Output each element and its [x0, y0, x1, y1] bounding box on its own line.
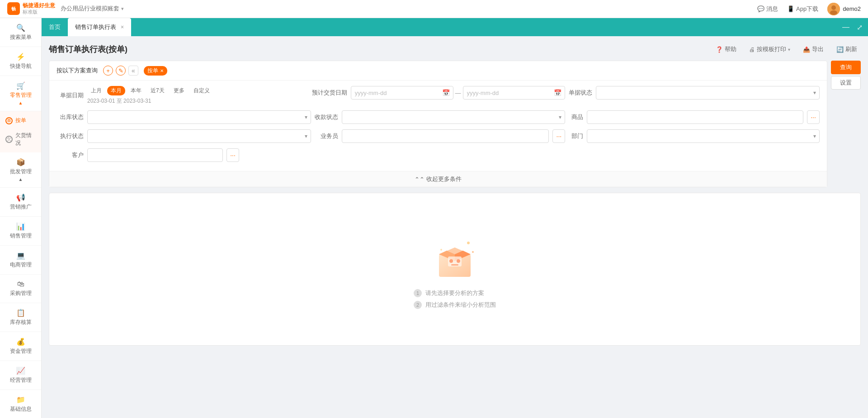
- date-btn-this-year[interactable]: 本年: [127, 86, 145, 95]
- results-panel: 1 请先选择要分析的方案 2 用过滤条件来缩小分析范围: [49, 193, 861, 346]
- date-quick-btns: 上月 本月 本年 近7天 更多 自定义: [87, 86, 311, 95]
- sidebar-item-finance[interactable]: 💰 资金管理: [0, 332, 41, 361]
- sidebar-item-search-menu[interactable]: 🔍 搜索菜单: [0, 18, 41, 47]
- svg-point-10: [440, 249, 442, 251]
- expected-date-field: 预计交货日期 📅 —: [311, 86, 566, 100]
- empty-tip-2-text: 用过滤条件来缩小分析范围: [425, 301, 496, 309]
- retail-submenu: 单 按单 欠 欠货情况: [0, 111, 41, 152]
- customer-input[interactable]: [87, 148, 223, 162]
- scheme-header: 按以下方案查询 + ✎ « 按单 ✕: [49, 61, 827, 81]
- delivery-status-select[interactable]: [87, 110, 311, 124]
- print-template-button[interactable]: 🖨 按模板打印 ▾: [745, 43, 794, 55]
- quick-nav-icon: ⚡: [16, 52, 25, 61]
- exec-status-wrapper: [87, 129, 311, 143]
- tab-maximize-button[interactable]: ⤢: [855, 21, 864, 33]
- collapse-conditions-label: 收起更多条件: [426, 175, 462, 183]
- message-button[interactable]: 💬 消息: [757, 5, 778, 13]
- customer-ellipsis-button[interactable]: ···: [226, 148, 239, 162]
- salesman-input[interactable]: [342, 129, 549, 143]
- product-input[interactable]: [587, 110, 803, 124]
- payment-status-field: 收款状态: [311, 110, 566, 124]
- salesman-ellipsis-button[interactable]: ···: [552, 129, 565, 143]
- svg-text:畅: 畅: [11, 6, 16, 11]
- edit-scheme-button[interactable]: ✎: [116, 66, 126, 76]
- breadcrumb-arrow-icon: ▾: [121, 6, 124, 12]
- expected-start-input[interactable]: [351, 86, 453, 100]
- sidebar-item-quick-nav[interactable]: ⚡ 快捷导航: [0, 47, 41, 76]
- expected-end-wrapper: 📅: [463, 86, 566, 100]
- scheme-label: 按以下方案查询: [57, 66, 98, 75]
- export-button[interactable]: 📤 导出: [799, 43, 827, 55]
- product-ellipsis-button[interactable]: ···: [807, 110, 820, 124]
- dept-select[interactable]: [587, 129, 820, 143]
- logo-icon: 畅: [7, 2, 20, 15]
- sidebar-item-inventory[interactable]: 📋 库存核算: [0, 303, 41, 332]
- order-status-label: 单据状态: [565, 89, 592, 97]
- tab-home[interactable]: 首页: [42, 18, 68, 36]
- top-bar-right: 💬 消息 📱 App下载 demo2: [757, 3, 861, 15]
- sidebar-item-label-search: 搜索菜单: [10, 33, 32, 41]
- sidebar-item-label-inventory: 库存核算: [10, 318, 32, 326]
- svg-point-4: [830, 10, 837, 15]
- tip-num-1: 1: [414, 289, 422, 297]
- payment-status-wrapper: [342, 110, 566, 124]
- sidebar-item-label-finance: 资金管理: [10, 347, 32, 355]
- tab-home-label: 首页: [49, 23, 61, 31]
- active-scheme-item[interactable]: 按单 ✕: [144, 66, 167, 76]
- sidebar-item-operation[interactable]: 📈 经营管理: [0, 361, 41, 390]
- sidebar-sub-item-欠货情况[interactable]: 欠 欠货情况: [0, 128, 41, 151]
- date-btn-last-month[interactable]: 上月: [87, 86, 105, 95]
- sidebar-sub-item-按单[interactable]: 单 按单: [0, 113, 41, 128]
- settings-button[interactable]: 设置: [831, 76, 861, 90]
- date-btn-more[interactable]: 更多: [170, 86, 188, 95]
- date-btn-custom[interactable]: 自定义: [190, 86, 213, 95]
- expected-end-input[interactable]: [463, 86, 566, 100]
- sidebar-item-basic-info[interactable]: 📁 基础信息: [0, 390, 41, 418]
- order-status-select[interactable]: [596, 86, 820, 100]
- payment-status-select[interactable]: [342, 110, 566, 124]
- active-scheme: 按单 ✕: [144, 66, 167, 76]
- tab-minimize-button[interactable]: —: [840, 21, 851, 33]
- exec-status-select[interactable]: [87, 129, 311, 143]
- sidebar-item-sales[interactable]: 📊 销售管理: [0, 217, 41, 246]
- empty-tip-1: 1 请先选择要分析的方案: [414, 289, 496, 297]
- avatar: [827, 3, 840, 15]
- expected-date-label: 预计交货日期: [311, 89, 347, 97]
- top-bar: 畅 畅捷通好生意 标准版 办公用品行业模拟账套 ▾ 💬 消息 📱 App下载: [0, 0, 868, 18]
- help-button[interactable]: ❓ 帮助: [712, 43, 740, 55]
- delivery-status-wrapper: [87, 110, 311, 124]
- collapse-conditions-button[interactable]: ⌃⌃ 收起更多条件: [49, 171, 827, 187]
- sidebar-item-label-sales: 销售管理: [10, 232, 32, 240]
- empty-state: 1 请先选择要分析的方案 2 用过滤条件来缩小分析范围: [49, 193, 860, 345]
- tabs-bar: 首页 销售订单执行表 × — ⤢: [42, 18, 868, 36]
- breadcrumb-text: 办公用品行业模拟账套: [61, 5, 119, 13]
- sidebar-sub-label-欠货: 欠货情况: [15, 132, 36, 147]
- add-scheme-button[interactable]: +: [103, 66, 113, 76]
- app-download-button[interactable]: 📱 App下载: [787, 5, 818, 13]
- date-btn-this-month[interactable]: 本月: [107, 86, 125, 95]
- sidebar-item-label-retail: 零售管理: [10, 91, 32, 99]
- empty-tip-1-text: 请先选择要分析的方案: [425, 289, 484, 297]
- tab-close-button[interactable]: ×: [121, 24, 124, 30]
- query-button[interactable]: 查询: [831, 61, 861, 74]
- purchase-icon: 🛍: [17, 280, 24, 288]
- salesman-field: 业务员 ···: [311, 129, 566, 143]
- sidebar-item-purchase[interactable]: 🛍 采购管理: [0, 275, 41, 303]
- sidebar-item-retail[interactable]: 🛒 零售管理 ▲: [0, 76, 41, 111]
- breadcrumb[interactable]: 办公用品行业模拟账套 ▾: [61, 5, 124, 13]
- date-btn-last-7-days[interactable]: 近7天: [147, 86, 168, 95]
- tab-sales-exec[interactable]: 销售订单执行表 ×: [68, 18, 131, 36]
- logo-sub: 标准版: [23, 9, 55, 15]
- user-profile[interactable]: demo2: [827, 3, 861, 15]
- 按单-icon: 单: [5, 117, 13, 124]
- sidebar-item-wholesale[interactable]: 📦 批发管理 ▲: [0, 152, 41, 188]
- sidebar-item-ecommerce[interactable]: 💻 电商管理: [0, 246, 41, 275]
- remove-scheme-icon[interactable]: ✕: [160, 68, 164, 73]
- sidebar-item-marketing[interactable]: 📢 营销推广: [0, 188, 41, 217]
- collapse-scheme-button[interactable]: «: [128, 66, 138, 76]
- tip-num-2: 2: [414, 301, 422, 309]
- sidebar-item-label-quicknav: 快捷导航: [10, 62, 32, 70]
- empty-tip-2: 2 用过滤条件来缩小分析范围: [414, 301, 496, 309]
- marketing-icon: 📢: [16, 193, 25, 202]
- refresh-button[interactable]: 🔄 刷新: [833, 43, 861, 55]
